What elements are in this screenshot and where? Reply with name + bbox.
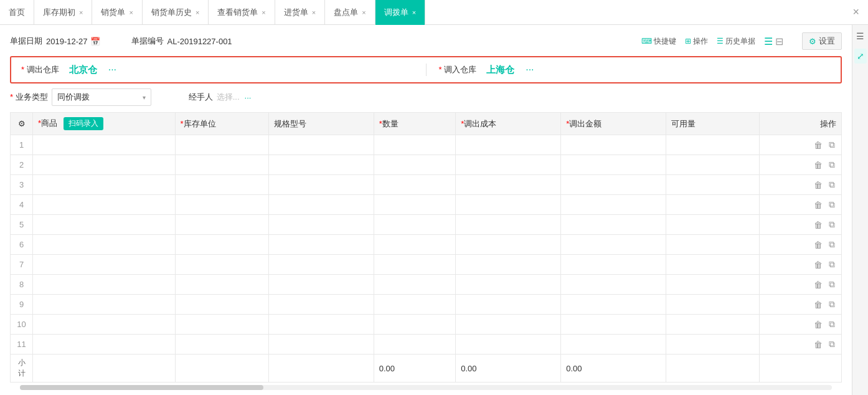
row-copy-icon[interactable]: ⧉ (828, 338, 836, 351)
row-spec[interactable] (268, 255, 374, 275)
row-product[interactable] (33, 195, 176, 215)
row-product[interactable] (33, 275, 176, 295)
row-cost[interactable] (456, 195, 561, 215)
row-qty[interactable] (374, 255, 455, 275)
col-gear[interactable]: ⚙ (11, 113, 33, 135)
row-copy-icon[interactable]: ⧉ (828, 198, 836, 211)
row-delete-icon[interactable]: 🗑 (813, 239, 824, 251)
tab-transfer-close[interactable]: × (412, 9, 416, 16)
row-copy-icon[interactable]: ⧉ (828, 178, 836, 191)
row-unit[interactable] (175, 275, 268, 295)
row-delete-icon[interactable]: 🗑 (813, 179, 824, 191)
row-delete-icon[interactable]: 🗑 (813, 159, 824, 171)
row-spec[interactable] (268, 315, 374, 335)
row-cost[interactable] (456, 215, 561, 235)
row-amount[interactable] (561, 235, 666, 255)
tab-transfer[interactable]: 调拨单 × (375, 0, 425, 25)
row-amount[interactable] (561, 215, 666, 235)
scan-btn[interactable]: 扫码录入 (64, 117, 103, 130)
row-amount[interactable] (561, 275, 666, 295)
row-spec[interactable] (268, 195, 374, 215)
row-product[interactable] (33, 135, 176, 155)
row-cost[interactable] (456, 135, 561, 155)
row-spec[interactable] (268, 275, 374, 295)
operator-more-btn[interactable]: ··· (245, 93, 252, 102)
row-qty[interactable] (374, 175, 455, 195)
row-qty[interactable] (374, 195, 455, 215)
row-qty[interactable] (374, 275, 455, 295)
row-copy-icon[interactable]: ⧉ (828, 218, 836, 231)
row-qty[interactable] (374, 315, 455, 335)
operator-placeholder[interactable]: 选择... (217, 92, 240, 103)
tab-sales-order-close[interactable]: × (129, 9, 133, 16)
row-unit[interactable] (175, 155, 268, 175)
layout-icon-1[interactable]: ☰ (764, 36, 773, 47)
row-product[interactable] (33, 175, 176, 195)
row-cost[interactable] (456, 315, 561, 335)
horizontal-scrollbar[interactable] (20, 385, 832, 390)
row-cost[interactable] (456, 295, 561, 315)
tab-sales-history[interactable]: 销货单历史 × (143, 0, 209, 25)
row-unit[interactable] (175, 135, 268, 155)
close-all-tabs[interactable]: × (844, 6, 868, 19)
row-unit[interactable] (175, 175, 268, 195)
row-qty[interactable] (374, 155, 455, 175)
row-delete-icon[interactable]: 🗑 (813, 199, 824, 211)
sidebar-list-icon[interactable]: ☰ (854, 29, 867, 44)
row-unit[interactable] (175, 295, 268, 315)
row-product[interactable] (33, 295, 176, 315)
row-unit[interactable] (175, 235, 268, 255)
row-amount[interactable] (561, 315, 666, 335)
row-qty[interactable] (374, 215, 455, 235)
row-spec[interactable] (268, 295, 374, 315)
row-cost[interactable] (456, 155, 561, 175)
tab-sales-history-close[interactable]: × (196, 9, 199, 16)
row-delete-icon[interactable]: 🗑 (813, 338, 824, 351)
calendar-icon[interactable]: 📅 (90, 37, 100, 46)
row-qty[interactable] (374, 135, 455, 155)
row-product[interactable] (33, 215, 176, 235)
row-product[interactable] (33, 235, 176, 255)
tab-sales-order[interactable]: 销货单 × (92, 0, 142, 25)
row-amount[interactable] (561, 135, 666, 155)
row-product[interactable] (33, 255, 176, 275)
row-amount[interactable] (561, 195, 666, 215)
settings-button[interactable]: ⚙ 设置 (802, 32, 842, 50)
transfer-in-more-btn[interactable]: ··· (526, 64, 534, 75)
tab-purchase-order-close[interactable]: × (312, 9, 316, 16)
row-spec[interactable] (268, 175, 374, 195)
row-amount[interactable] (561, 155, 666, 175)
tab-stocktake-close[interactable]: × (362, 9, 366, 16)
row-copy-icon[interactable]: ⧉ (828, 278, 836, 291)
row-cost[interactable] (456, 235, 561, 255)
row-unit[interactable] (175, 195, 268, 215)
row-spec[interactable] (268, 155, 374, 175)
row-copy-icon[interactable]: ⧉ (828, 318, 836, 331)
row-cost[interactable] (456, 175, 561, 195)
tab-inventory-init[interactable]: 库存期初 × (34, 0, 92, 25)
row-copy-icon[interactable]: ⧉ (828, 298, 836, 311)
row-product[interactable] (33, 315, 176, 335)
row-spec[interactable] (268, 235, 374, 255)
row-spec[interactable] (268, 135, 374, 155)
row-delete-icon[interactable]: 🗑 (813, 139, 824, 151)
row-copy-icon[interactable]: ⧉ (828, 258, 836, 271)
row-delete-icon[interactable]: 🗑 (813, 318, 824, 331)
history-btn[interactable]: ☰ 历史单据 (717, 36, 755, 47)
row-cost[interactable] (456, 275, 561, 295)
row-qty[interactable] (374, 235, 455, 255)
row-delete-icon[interactable]: 🗑 (813, 298, 824, 311)
row-copy-icon[interactable]: ⧉ (828, 138, 836, 151)
transfer-out-more-btn[interactable]: ··· (108, 64, 116, 75)
row-amount[interactable] (561, 175, 666, 195)
row-amount[interactable] (561, 255, 666, 275)
tab-view-sales[interactable]: 查看销货单 × (209, 0, 275, 25)
row-copy-icon[interactable]: ⧉ (828, 158, 836, 171)
tab-stocktake[interactable]: 盘点单 × (325, 0, 375, 25)
row-delete-icon[interactable]: 🗑 (813, 278, 824, 291)
row-qty[interactable] (374, 295, 455, 315)
row-product[interactable] (33, 155, 176, 175)
row-cost[interactable] (456, 255, 561, 275)
tab-home[interactable]: 首页 (0, 0, 34, 25)
row-unit[interactable] (175, 215, 268, 235)
